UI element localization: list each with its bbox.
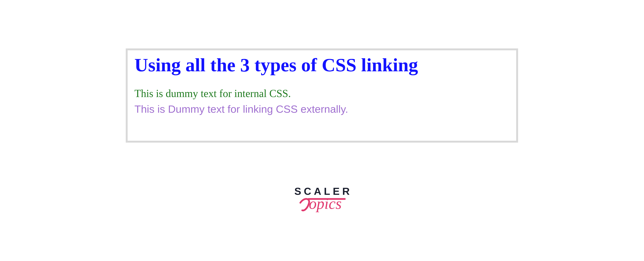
external-css-text: This is Dummy text for linking CSS exter…	[134, 102, 509, 116]
heading: Using all the 3 types of CSS linking	[134, 54, 509, 76]
logo-secondary-text: opics	[292, 195, 352, 217]
scaler-topics-logo: SCALER opics	[292, 185, 352, 217]
content-card: Using all the 3 types of CSS linking Thi…	[126, 48, 518, 143]
internal-css-text: This is dummy text for internal CSS.	[134, 86, 509, 101]
svg-text:opics: opics	[309, 195, 342, 212]
topics-script-icon: opics	[297, 195, 346, 216]
